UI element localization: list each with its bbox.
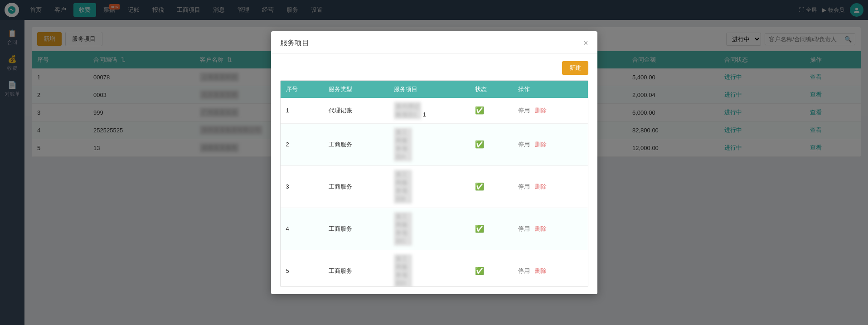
- modal-table-row: 3 工商服务 某工商服务项目B ✅ 停用 删除: [281, 165, 588, 208]
- modal-cell-item: 某工商服务项目A: [388, 123, 470, 165]
- delete-button[interactable]: 删除: [535, 225, 547, 232]
- modal-cell-item: 某工商服务项目C: [388, 208, 470, 250]
- modal-overlay[interactable]: 服务项目 × 新建 序号 服务类型 服务项目 状态 操作: [0, 0, 868, 325]
- modal-cell-item: 某工商服务项目D: [388, 250, 470, 287]
- modal-table-row: 2 工商服务 某工商服务项目A ✅ 停用 删除: [281, 123, 588, 165]
- modal-cell-status: ✅: [470, 123, 513, 165]
- modal-table-row: 1 代理记账 某代理记账项目1 1 ✅ 停用 删除: [281, 98, 588, 124]
- modal-table-wrapper[interactable]: 序号 服务类型 服务项目 状态 操作 1 代理记账 某代理记账项目1 1 ✅ 停…: [280, 80, 588, 287]
- stop-button[interactable]: 停用: [518, 141, 530, 148]
- modal-body: 新建 序号 服务类型 服务项目 状态 操作 1 代理记账: [271, 54, 597, 294]
- modal-col-action: 操作: [513, 81, 588, 98]
- modal-cell-seq: 3: [281, 165, 324, 208]
- modal-cell-status: ✅: [470, 208, 513, 250]
- service-modal: 服务项目 × 新建 序号 服务类型 服务项目 状态 操作: [271, 31, 597, 294]
- modal-cell-item: 某代理记账项目1 1: [388, 98, 470, 124]
- modal-cell-status: ✅: [470, 98, 513, 124]
- modal-cell-seq: 5: [281, 250, 324, 287]
- modal-cell-type: 工商服务: [323, 123, 388, 165]
- modal-cell-action[interactable]: 停用 删除: [513, 208, 588, 250]
- modal-table-row: 4 工商服务 某工商服务项目C ✅ 停用 删除: [281, 208, 588, 250]
- stop-button[interactable]: 停用: [518, 225, 530, 232]
- modal-cell-status: ✅: [470, 165, 513, 208]
- modal-cell-action[interactable]: 停用 删除: [513, 123, 588, 165]
- modal-col-type: 服务类型: [323, 81, 388, 98]
- modal-col-status: 状态: [470, 81, 513, 98]
- modal-close-button[interactable]: ×: [583, 39, 588, 47]
- modal-cell-type: 代理记账: [323, 98, 388, 124]
- modal-cell-item: 某工商服务项目B: [388, 165, 470, 208]
- modal-col-item: 服务项目: [388, 81, 470, 98]
- delete-button[interactable]: 删除: [535, 267, 547, 274]
- modal-table-row: 5 工商服务 某工商服务项目D ✅ 停用 删除: [281, 250, 588, 287]
- modal-cell-seq: 4: [281, 208, 324, 250]
- modal-cell-status: ✅: [470, 250, 513, 287]
- stop-button[interactable]: 停用: [518, 267, 530, 274]
- modal-header: 服务项目 ×: [271, 31, 597, 54]
- modal-cell-action[interactable]: 停用 删除: [513, 250, 588, 287]
- modal-cell-type: 工商服务: [323, 165, 388, 208]
- modal-new-button[interactable]: 新建: [562, 61, 588, 75]
- stop-button[interactable]: 停用: [518, 107, 530, 114]
- delete-button[interactable]: 删除: [535, 183, 547, 190]
- modal-cell-seq: 1: [281, 98, 324, 124]
- delete-button[interactable]: 删除: [535, 107, 547, 114]
- modal-title: 服务项目: [280, 39, 309, 48]
- modal-toolbar: 新建: [280, 61, 588, 75]
- modal-cell-action[interactable]: 停用 删除: [513, 165, 588, 208]
- modal-cell-seq: 2: [281, 123, 324, 165]
- modal-service-table: 序号 服务类型 服务项目 状态 操作 1 代理记账 某代理记账项目1 1 ✅ 停…: [281, 81, 588, 287]
- modal-cell-action[interactable]: 停用 删除: [513, 98, 588, 124]
- stop-button[interactable]: 停用: [518, 183, 530, 190]
- delete-button[interactable]: 删除: [535, 141, 547, 148]
- modal-cell-type: 工商服务: [323, 250, 388, 287]
- modal-col-seq: 序号: [281, 81, 324, 98]
- modal-cell-type: 工商服务: [323, 208, 388, 250]
